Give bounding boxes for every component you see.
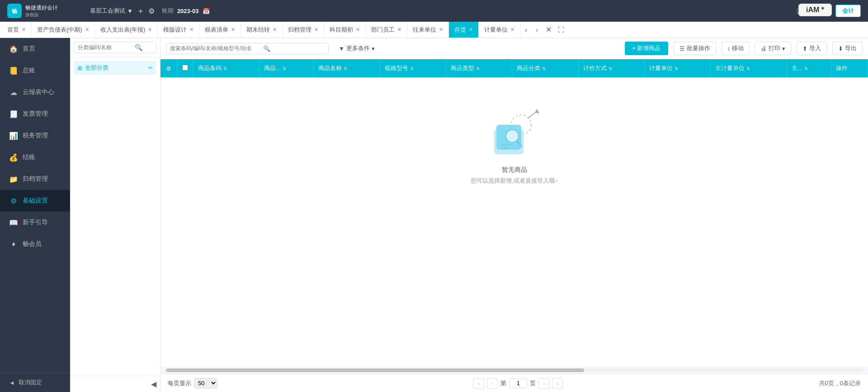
tab-income-close[interactable]: ✕ [148, 27, 152, 33]
col-type[interactable]: 商品类型⇅ [446, 59, 512, 77]
per-page-label: 每页显示 [168, 379, 191, 387]
tab-archive-close[interactable]: ✕ [314, 27, 318, 33]
tab-partner-close[interactable]: ✕ [439, 27, 443, 33]
panel-layout: 🔍 ⊞ 全部分类 ✏ ◀ [70, 38, 868, 392]
col-price-method[interactable]: 计价方式⇅ [578, 59, 644, 77]
tab-period-close-btn[interactable]: ✕ [273, 27, 277, 33]
more-filter-label: 更多条件 [346, 44, 370, 52]
print-button[interactable]: 🖨 打印 ▾ [755, 42, 791, 55]
sidebar-item-member[interactable]: ♦ 畅会员 [0, 233, 70, 255]
app-name: 畅捷通好会计 [25, 4, 58, 12]
more-filter-button[interactable]: ▼ 更多条件 ▾ [334, 43, 379, 54]
sidebar-item-settings[interactable]: ⚙ 基础设置 [0, 190, 70, 212]
product-search-icon[interactable]: 🔍 [263, 45, 270, 52]
tab-dept-close[interactable]: ✕ [397, 27, 401, 33]
app-sub: 旗舰版 [25, 12, 58, 18]
sidebar-item-invoice[interactable]: 🧾 发票管理 [0, 103, 70, 125]
sidebar-item-close-account[interactable]: 💰 结账 [0, 146, 70, 168]
tab-balance-label: 资产负债表(中期) [37, 26, 82, 34]
tab-inventory[interactable]: 存货 ✕ [449, 22, 479, 38]
tab-unit-close[interactable]: ✕ [510, 27, 514, 33]
col-main-unit[interactable]: 主计量单位⇅ [711, 59, 787, 77]
tab-template[interactable]: 模版设计 ✕ [158, 22, 199, 38]
content-area: 🔍 ⊞ 全部分类 ✏ ◀ [70, 38, 868, 392]
col-category[interactable]: 商品分类⇅ [512, 59, 578, 77]
sidebar-item-guide[interactable]: 📖 新手引导 [0, 212, 70, 233]
col-check[interactable] [177, 59, 193, 77]
tab-balance-sheet[interactable]: 资产负债表(中期) ✕ [32, 22, 95, 38]
collapse-panel-button[interactable]: ◀ [151, 380, 156, 388]
import-button[interactable]: ⬆ 导入 [797, 42, 827, 55]
move-icon: ↕ [727, 45, 731, 52]
batch-operate-button[interactable]: ☰ 批量操作 [674, 42, 716, 55]
svg-rect-10 [501, 147, 509, 149]
tab-inventory-close[interactable]: ✕ [469, 27, 473, 33]
select-all-checkbox[interactable] [182, 65, 188, 71]
tab-homepage-close[interactable]: ✕ [22, 27, 26, 33]
col-gear[interactable]: ⚙ [160, 59, 177, 77]
sidebar-item-ledger[interactable]: 📒 总账 [0, 60, 70, 81]
category-edit-icon[interactable]: ✏ [148, 65, 153, 71]
sidebar-label-invoice: 发票管理 [23, 110, 48, 118]
sidebar-label-cloud: 云报表中心 [23, 88, 54, 96]
chevron-down-icon: ▾ [372, 45, 375, 52]
kuaiji-button[interactable]: 会计 [835, 5, 861, 17]
sidebar-unpin-button[interactable]: ◄ 取消固定 [0, 373, 70, 392]
tab-dept[interactable]: 部门员工 ✕ [366, 22, 407, 38]
move-button[interactable]: ↕ 移动 [722, 42, 750, 55]
category-search-icon[interactable]: 🔍 [135, 44, 142, 51]
per-page-select[interactable]: 50 100 200 [194, 378, 217, 388]
calendar-icon[interactable]: 📅 [203, 8, 210, 14]
tab-period-close[interactable]: 期末结转 ✕ [241, 22, 283, 38]
first-page-button[interactable]: « [473, 378, 484, 389]
next-page-button[interactable]: › [538, 378, 549, 389]
sidebar-item-cloud[interactable]: ☁ 云报表中心 [0, 81, 70, 103]
iam-star-badge[interactable]: iAM * [798, 4, 832, 16]
tab-unit[interactable]: 计量单位 ✕ [479, 22, 520, 38]
tab-homepage-label: 首页 [7, 26, 19, 34]
page-number-input[interactable] [509, 378, 527, 388]
tab-homepage[interactable]: 首页 ✕ [2, 22, 32, 38]
prev-page-button[interactable]: ‹ [487, 378, 498, 389]
tab-tax-close[interactable]: ✕ [231, 27, 235, 33]
period-value: 2023-03 [177, 8, 199, 14]
sidebar-label-member: 畅会员 [23, 240, 42, 248]
search-toolbar: 🔍 ▼ 更多条件 ▾ + 新增商品 ☰ 批量操作 ↕ [160, 38, 868, 59]
import-label: 导入 [809, 44, 821, 52]
sidebar-item-archive[interactable]: 📁 归档管理 [0, 168, 70, 190]
product-search-input[interactable] [170, 45, 260, 52]
add-tab-button[interactable]: ＋ [137, 5, 145, 16]
sidebar-item-tax[interactable]: 📊 税务管理 [0, 125, 70, 146]
tab-partner[interactable]: 往来单位 ✕ [407, 22, 449, 38]
page-label: 第 [500, 379, 506, 387]
tab-expand-button[interactable]: ⛶ [555, 22, 567, 38]
left-panel-header: 🔍 [70, 38, 160, 57]
category-search-input[interactable] [78, 44, 132, 51]
tab-balance-close[interactable]: ✕ [85, 27, 89, 33]
tab-income[interactable]: 收入支出表(年报) ✕ [95, 22, 158, 38]
col-barcode[interactable]: 商品条码⇅ [193, 59, 259, 77]
company-dropdown[interactable]: 基层工会测试 ▼ [90, 7, 133, 15]
tab-prev-button[interactable]: ‹ [520, 22, 531, 38]
col-spec[interactable]: 规格型号⇅ [380, 59, 446, 77]
col-unit[interactable]: 计量单位⇅ [645, 59, 711, 77]
tab-tax-list[interactable]: 税表清单 ✕ [199, 22, 241, 38]
last-page-button[interactable]: » [552, 378, 563, 389]
horizontal-scrollbar[interactable] [166, 368, 863, 372]
tab-next-button[interactable]: › [531, 22, 542, 38]
settings-top-button[interactable]: ⚙ [148, 7, 155, 15]
scrollbar-thumb[interactable] [166, 368, 584, 372]
category-all[interactable]: ⊞ 全部分类 ✏ [74, 61, 156, 75]
col-name[interactable]: 商品名称⇅ [314, 59, 380, 77]
tab-subject[interactable]: 科目期初 ✕ [324, 22, 366, 38]
tab-template-close[interactable]: ✕ [189, 27, 193, 33]
export-button[interactable]: ⬇ 导出 [832, 42, 863, 55]
sidebar-unpin-label: 取消固定 [19, 378, 42, 387]
col-main-abbr[interactable]: 主...⇅ [787, 59, 831, 77]
tab-archive[interactable]: 归档管理 ✕ [283, 22, 324, 38]
col-code[interactable]: 商品...⇅ [259, 59, 313, 77]
tab-subject-close[interactable]: ✕ [356, 27, 360, 33]
tab-close-all-button[interactable]: ✕ [542, 22, 555, 38]
add-product-button[interactable]: + 新增商品 [625, 42, 668, 55]
sidebar-item-home[interactable]: 🏠 首页 [0, 38, 70, 60]
